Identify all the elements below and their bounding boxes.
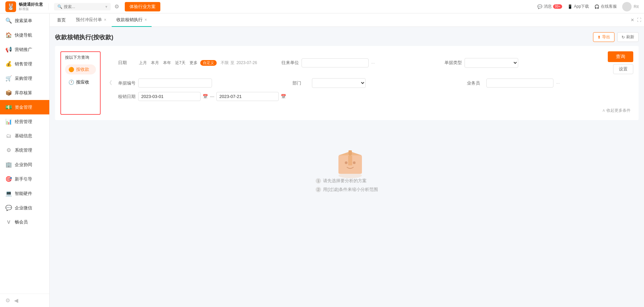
sidebar-label-purchase: 采购管理: [15, 75, 32, 82]
filter-counterpart-field: 往来单位 ···: [281, 58, 437, 67]
filter-collapse-arrow[interactable]: 《: [106, 80, 113, 87]
sidebar-item-sales[interactable]: 💰 销售管理: [0, 57, 49, 71]
sidebar-item-hardware[interactable]: 💻 智能硬件: [0, 186, 49, 201]
user-avatar: [622, 2, 632, 11]
sidebar-label-quick-nav: 快捷导航: [15, 32, 32, 38]
sidebar-item-marketing[interactable]: 📢 营销推广: [0, 42, 49, 57]
sidebar-collapse-icon[interactable]: ◀: [14, 297, 18, 304]
date-custom-tag: 自定义: [200, 60, 217, 66]
sidebar-item-quick-nav[interactable]: 🏠 快捷导航: [0, 28, 49, 42]
date-btn-this-year[interactable]: 本年: [162, 59, 172, 66]
sidebar-item-inventory[interactable]: 📦 库存核算: [0, 86, 49, 100]
filter-row-1: 日期 上月 本月 本年 近7天 更多 自定义 不限 至: [118, 51, 633, 74]
sidebar-label-search-menu: 搜索菜单: [15, 18, 32, 24]
query-button[interactable]: 查询: [608, 51, 633, 62]
date-no-limit: 不限: [221, 60, 229, 65]
filter-option-by-receipt[interactable]: 🟠 按收款: [65, 64, 96, 74]
verify-date-end-input[interactable]: [216, 92, 279, 101]
online-service-btn[interactable]: 🎧 在线客服: [594, 4, 617, 9]
filter-row-2: 单据编号 部门 业务员: [118, 78, 633, 88]
tab-home[interactable]: 首页: [52, 17, 70, 23]
date-btn-this-month[interactable]: 本月: [150, 59, 160, 66]
date-btn-last-month[interactable]: 上月: [138, 59, 148, 66]
app-download-btn[interactable]: 📱 App下载: [568, 4, 589, 9]
finance-icon: 💵: [5, 104, 12, 110]
tab-prepayment-label: 预付冲应付单: [76, 17, 102, 23]
quick-nav-icon: 🏠: [5, 32, 12, 38]
message-icon: 💬: [537, 4, 542, 9]
verify-date-label: 核销日期: [118, 94, 136, 100]
sidebar-label-guide: 新手引导: [15, 176, 32, 182]
tab-verification[interactable]: 收款核销执行 ×: [112, 13, 152, 27]
dept-select[interactable]: [312, 78, 366, 88]
sidebar-item-member[interactable]: V 畅会员: [0, 215, 49, 229]
hint-number-2: 2: [316, 187, 321, 192]
setting-button[interactable]: 设置: [613, 64, 633, 74]
date-to-label: 至: [230, 60, 234, 65]
sidebar-label-finance: 资金管理: [15, 104, 32, 110]
brand-version: 标准版: [19, 7, 43, 11]
app-logo: 🐰: [5, 1, 16, 12]
settings-icon[interactable]: ⚙: [113, 3, 120, 10]
filter-form: 日期 上月 本月 本年 近7天 更多 自定义 不限 至: [118, 51, 633, 115]
filter-verify-date-field: 核销日期 📅 — 📅: [118, 92, 633, 101]
tab-prepayment[interactable]: 预付冲应付单 ×: [71, 13, 111, 27]
refresh-button[interactable]: ↻ 刷新: [617, 32, 639, 42]
member-icon: V: [5, 219, 12, 225]
collapse-more-btn[interactable]: ∧ 收起更多条件: [599, 106, 633, 115]
voucher-type-select[interactable]: [465, 58, 518, 68]
filter-option-by-receivable[interactable]: 🕐 按应收: [65, 77, 96, 87]
search-area[interactable]: 🔍 ▾: [54, 3, 111, 10]
purchase-icon: 🛒: [5, 75, 12, 82]
voucher-no-input[interactable]: [138, 79, 212, 88]
main-layout: 🔍 搜索菜单 🏠 快捷导航 📢 营销推广 💰 销售管理 🛒 采购管理 📦 库存核…: [0, 13, 644, 307]
sidebar-bottom: ⚙ ◀: [0, 294, 49, 307]
export-button[interactable]: ⬆ 导出: [593, 32, 614, 42]
app-download-label: App下载: [574, 4, 589, 9]
sidebar-label-system: 系统管理: [15, 147, 32, 153]
counterpart-ellipsis[interactable]: ···: [371, 60, 375, 65]
staff-ellipsis[interactable]: ···: [556, 81, 560, 86]
sidebar-item-wechat[interactable]: 💬 企业微信: [0, 201, 49, 215]
verify-date-dash: —: [210, 94, 214, 99]
sidebar-item-system[interactable]: ⚙ 系统管理: [0, 143, 49, 157]
date-btn-7days[interactable]: 近7天: [174, 59, 187, 66]
sidebar-item-search-menu[interactable]: 🔍 搜索菜单: [0, 13, 49, 28]
sidebar-settings-icon[interactable]: ⚙: [5, 297, 10, 304]
verify-date-end-calendar-icon[interactable]: 📅: [281, 94, 286, 99]
hint-text-2: 用[过滤]条件来缩小分析范围: [323, 187, 378, 193]
collapse-row: ∧ 收起更多条件: [118, 106, 633, 115]
marketing-icon: 📢: [5, 46, 12, 53]
filter-buttons: 查询 设置: [608, 51, 633, 74]
sidebar-item-basic-info[interactable]: 🗂 基础信息: [0, 129, 49, 143]
search-input[interactable]: [64, 4, 104, 9]
filter-option-receipt-label: 按收款: [76, 66, 89, 72]
sidebar: 🔍 搜索菜单 🏠 快捷导航 📢 营销推广 💰 销售管理 🛒 采购管理 📦 库存核…: [0, 13, 50, 307]
sidebar-item-guide[interactable]: 🎯 新手引导: [0, 172, 49, 186]
svg-rect-2: [348, 150, 352, 155]
counterpart-input[interactable]: [302, 58, 369, 67]
sidebar-item-purchase[interactable]: 🛒 采购管理: [0, 71, 49, 86]
sidebar-item-operations[interactable]: 📊 经营管理: [0, 114, 49, 129]
empty-hint-2: 2 用[过滤]条件来缩小分析范围: [316, 187, 378, 193]
empty-illustration: [330, 140, 364, 174]
sidebar-item-finance[interactable]: 💵 资金管理: [0, 100, 49, 114]
filter-date-field: 日期 上月 本月 本年 近7天 更多 自定义 不限 至: [118, 59, 273, 66]
date-btn-more[interactable]: 更多: [188, 59, 199, 66]
filter-panel: 按以下方查询 🟠 按收款 🕐 按应收 《: [55, 46, 639, 120]
message-btn[interactable]: 💬 消息 99+: [537, 4, 562, 9]
verify-date-start-input[interactable]: [138, 92, 201, 101]
tab-close-all-icon[interactable]: ✕: [631, 17, 634, 22]
guide-icon: 🎯: [5, 176, 12, 182]
tab-verification-close[interactable]: ×: [145, 17, 147, 22]
message-badge: 99+: [553, 4, 562, 9]
tab-prepayment-close[interactable]: ×: [104, 17, 106, 22]
sidebar-item-enterprise[interactable]: 🏢 企业协同: [0, 157, 49, 172]
date-value: 2023-07-26: [236, 60, 257, 65]
tab-expand-icon[interactable]: ⛶: [637, 17, 641, 22]
verify-date-start-calendar-icon[interactable]: 📅: [203, 94, 208, 99]
staff-input[interactable]: [486, 79, 553, 88]
user-area[interactable]: Rit: [622, 2, 639, 11]
tab-verification-label: 收款核销执行: [116, 17, 143, 23]
solution-button[interactable]: 体验行业方案: [125, 2, 160, 11]
